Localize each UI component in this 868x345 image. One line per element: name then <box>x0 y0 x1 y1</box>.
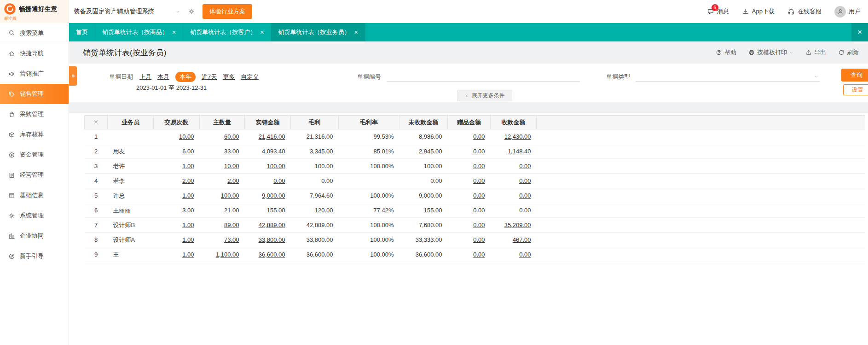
drilldown-link-cell[interactable]: 0.00 <box>448 188 491 203</box>
sidebar-item-nav[interactable]: 快捷导航 <box>0 43 69 64</box>
tab-close-icon[interactable]: × <box>354 29 358 36</box>
drilldown-link-cell[interactable]: 0.00 <box>491 188 537 203</box>
column-header[interactable]: 毛利 <box>291 116 339 129</box>
toolbar-help-button[interactable]: 帮助 <box>716 48 736 57</box>
system-dropdown[interactable]: 装备及固定资产辅助管理系统 <box>74 7 180 16</box>
column-header[interactable]: 交易次数 <box>154 116 200 129</box>
column-header[interactable]: 赠品金额 <box>448 116 491 129</box>
query-button[interactable]: 查询 <box>841 69 868 82</box>
online-service-button[interactable]: 在线客服 <box>787 7 822 16</box>
drilldown-link-cell[interactable]: 155.00 <box>245 203 291 218</box>
drilldown-link-cell[interactable]: 1.00 <box>154 233 200 247</box>
drilldown-link-cell[interactable]: 2.00 <box>200 174 245 188</box>
sidebar-item-search[interactable]: 搜索菜单 <box>0 23 69 43</box>
sidebar-item-inventory[interactable]: 库存核算 <box>0 124 69 145</box>
column-settings-button[interactable] <box>85 116 108 129</box>
drilldown-link-cell[interactable]: 1,100.00 <box>200 247 245 262</box>
drilldown-link-cell[interactable]: 0.00 <box>448 144 491 159</box>
drilldown-link-cell[interactable]: 0.00 <box>448 247 491 262</box>
drilldown-link-cell[interactable]: 1.00 <box>154 188 200 203</box>
toolbar-refresh-button[interactable]: 刷新 <box>838 48 859 57</box>
drilldown-link-cell[interactable]: 33,800.00 <box>245 233 291 247</box>
drilldown-link-cell[interactable]: 1.00 <box>154 159 200 174</box>
drilldown-link-cell[interactable]: 10.00 <box>154 129 200 144</box>
drilldown-link-cell[interactable]: 35,209.00 <box>491 218 537 233</box>
sidebar-item-operation[interactable]: 经营管理 <box>0 165 69 185</box>
drilldown-link-cell[interactable]: 6.00 <box>154 144 200 159</box>
date-option[interactable]: 自定义 <box>241 73 259 81</box>
drilldown-link-cell[interactable]: 42,889.00 <box>245 218 291 233</box>
date-option-selected[interactable]: 本年 <box>175 72 196 82</box>
drilldown-link-cell[interactable]: 0.00 <box>491 203 537 218</box>
column-header[interactable]: 毛利率 <box>339 116 399 129</box>
drilldown-link-cell[interactable]: 0.00 <box>448 174 491 188</box>
drilldown-link-cell[interactable]: 60.00 <box>200 129 245 144</box>
gear-icon[interactable] <box>188 8 195 15</box>
drilldown-link-cell[interactable]: 36,600.00 <box>245 247 291 262</box>
drilldown-link-cell[interactable]: 1.00 <box>154 218 200 233</box>
tab-report-3[interactable]: 销货单统计表（按业务员）× <box>271 23 365 41</box>
tab-home[interactable]: 首页 <box>69 23 95 41</box>
drilldown-link-cell[interactable]: 467.00 <box>491 233 537 247</box>
tab-close-icon[interactable]: × <box>260 29 264 36</box>
column-header[interactable]: 未收款金额 <box>399 116 448 129</box>
collapse-filter-button[interactable] <box>69 66 77 86</box>
tab-close-icon[interactable]: × <box>172 29 176 36</box>
drilldown-link-cell[interactable]: 1,148.40 <box>491 144 537 159</box>
tab-report-1[interactable]: 销货单统计表（按商品）× <box>95 23 183 41</box>
date-option[interactable]: 更多 <box>223 73 235 81</box>
sidebar-item-guide[interactable]: 新手引导 <box>0 246 69 266</box>
toolbar-printer-button[interactable]: 按模板打印 <box>748 48 793 57</box>
drilldown-link-cell[interactable]: 10.00 <box>200 159 245 174</box>
drilldown-link-cell[interactable]: 73.00 <box>200 233 245 247</box>
drilldown-link-cell[interactable]: 21,416.00 <box>245 129 291 144</box>
drilldown-link-cell[interactable]: 0.00 <box>491 174 537 188</box>
drilldown-link-cell[interactable]: 100.00 <box>200 188 245 203</box>
drilldown-link-cell[interactable]: 0.00 <box>448 203 491 218</box>
drilldown-link-cell[interactable]: 0.00 <box>448 233 491 247</box>
sidebar-item-system[interactable]: 系统管理 <box>0 205 69 226</box>
date-range-value[interactable]: 2023-01-01 至 2023-12-31 <box>136 84 207 92</box>
drilldown-link-cell[interactable]: 89.00 <box>200 218 245 233</box>
user-menu[interactable]: 用户 <box>834 6 861 18</box>
messages-button[interactable]: 6 消息 <box>707 7 729 16</box>
app-download-button[interactable]: App下载 <box>742 7 775 16</box>
date-option[interactable]: 上月 <box>139 73 151 81</box>
sidebar-item-sales[interactable]: 销售管理 <box>0 84 69 104</box>
tab-report-2[interactable]: 销货单统计表（按客户）× <box>183 23 271 41</box>
drilldown-link-cell[interactable]: 1.00 <box>154 247 200 262</box>
toolbar-export-button[interactable]: 导出 <box>805 48 826 57</box>
drilldown-link-cell[interactable]: 21.00 <box>200 203 245 218</box>
drilldown-link-cell[interactable]: 12,430.00 <box>491 129 537 144</box>
drilldown-link-cell[interactable]: 4,093.40 <box>245 144 291 159</box>
drilldown-link-cell[interactable]: 0.00 <box>448 218 491 233</box>
sidebar-item-collab[interactable]: 企业协同 <box>0 226 69 246</box>
drilldown-link-cell[interactable]: 2.00 <box>154 174 200 188</box>
doc-type-select[interactable] <box>636 72 820 82</box>
filter-settings-button[interactable]: 设置 <box>843 84 868 95</box>
drilldown-link-cell[interactable]: 0.00 <box>448 159 491 174</box>
drilldown-link-cell[interactable]: 3.00 <box>154 203 200 218</box>
sidebar-item-purchase[interactable]: 采购管理 <box>0 104 69 124</box>
sidebar-item-basicinfo[interactable]: 基础信息 <box>0 185 69 205</box>
column-header[interactable]: 业务员 <box>108 116 154 129</box>
drilldown-link-cell[interactable]: 0.00 <box>491 159 537 174</box>
sidebar-item-funds[interactable]: 资金管理 <box>0 145 69 165</box>
doc-no-input[interactable] <box>387 72 580 82</box>
date-option[interactable]: 近7天 <box>202 73 217 81</box>
drilldown-link-cell[interactable]: 100.00 <box>245 159 291 174</box>
column-header[interactable]: 主数量 <box>200 116 245 129</box>
drilldown-link-cell[interactable]: 9,000.00 <box>245 188 291 203</box>
close-all-tabs-button[interactable]: × <box>851 23 868 41</box>
expand-more-button[interactable]: 展开更多条件 <box>457 90 512 101</box>
brand-name: 畅捷通好生意 <box>19 5 58 13</box>
drilldown-link-cell[interactable]: 0.00 <box>491 247 537 262</box>
column-header[interactable]: 实销金额 <box>245 116 291 129</box>
sidebar-item-promo[interactable]: 营销推广 <box>0 64 69 84</box>
date-option[interactable]: 本月 <box>157 73 169 81</box>
drilldown-link-cell[interactable]: 0.00 <box>245 174 291 188</box>
drilldown-link-cell[interactable]: 33.00 <box>200 144 245 159</box>
industry-solution-button[interactable]: 体验行业方案 <box>203 4 252 19</box>
drilldown-link-cell[interactable]: 0.00 <box>448 129 491 144</box>
column-header[interactable]: 收款金额 <box>491 116 537 129</box>
